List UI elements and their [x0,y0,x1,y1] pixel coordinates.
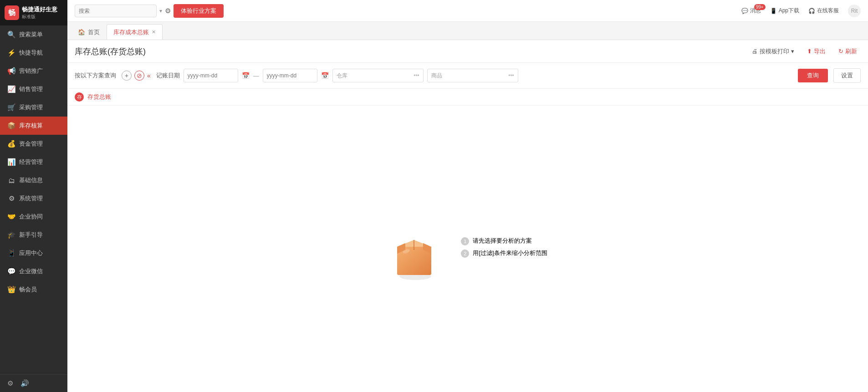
sidebar-item-purchase[interactable]: 🛒 采购管理 [0,98,67,117]
sidebar-item-sales[interactable]: 📈 销售管理 [0,80,67,98]
sidebar-item-wechat[interactable]: 💬 企业微信 [0,262,67,280]
filter-label: 按以下方案查询 [75,71,116,80]
search-button[interactable]: 查询 [798,69,828,82]
date-to-input[interactable] [263,69,317,82]
sidebar-item-marketing[interactable]: 📢 营销推广 [0,62,67,80]
filter-collapse-icon[interactable]: « [147,72,151,79]
search-area: ▾ ⚙ 体验行业方案 [75,4,737,18]
calendar-from-icon[interactable]: 📅 [242,72,250,79]
sidebar-label-inventory: 库存核算 [19,122,43,130]
calendar-to-icon[interactable]: 📅 [321,72,329,79]
message-badge: 99+ [754,4,766,10]
page-header-actions: 🖨 按模板打印 ▾ ⬆ 导出 ↻ 刷新 [748,46,861,57]
sidebar-label-sales: 销售管理 [19,85,43,93]
avatar-text: Rit [851,8,858,14]
user-avatar[interactable]: Rit [848,5,861,17]
empty-svg [388,222,443,281]
sidebar-label-appstore: 应用中心 [19,249,43,257]
date-separator: — [253,72,259,79]
filter-add-button[interactable]: + [122,71,132,81]
sidebar-label-finance: 资金管理 [19,140,43,148]
print-chevron-icon: ▾ [791,48,794,55]
empty-hints: 1 请先选择要分析的方案 2 用[过滤]条件来缩小分析范围 [461,237,547,261]
sidebar-icon-system: ⚙ [7,194,15,203]
page-header: 库存总账(存货总账) 🖨 按模板打印 ▾ ⬆ 导出 ↻ 刷新 [67,40,868,63]
search-input[interactable] [75,5,157,17]
sidebar-icon-newbie: 🎓 [7,231,15,239]
sidebar-item-operations[interactable]: 📊 经营管理 [0,153,67,171]
print-icon: 🖨 [752,48,758,55]
refresh-label: 刷新 [845,47,857,56]
search-chevron-icon[interactable]: ▾ [159,8,162,14]
sidebar-icon-sales: 📈 [7,85,15,93]
sidebar-label-basic: 基础信息 [19,176,43,184]
scheme-row: 存 存货总账 [67,89,868,106]
topbar-right: 💬 消息 99+ 📱 App下载 🎧 在线客服 Rit [741,5,861,17]
tab-close-icon[interactable]: ✕ [152,29,156,35]
scheme-name[interactable]: 存货总账 [87,93,111,101]
sidebar-footer: ⚙ 🔊 [0,374,67,392]
sidebar-item-vip[interactable]: 👑 畅会员 [0,280,67,299]
sidebar-item-cooperation[interactable]: 🤝 企业协同 [0,208,67,226]
tab-cost-ledger[interactable]: 库存成本总账 ✕ [107,24,163,40]
hint-step-1: 1 请先选择要分析的方案 [461,237,547,245]
sidebar-label-vip: 畅会员 [19,285,37,294]
sidebar-label-wechat: 企业微信 [19,267,43,275]
print-template-label: 按模板打印 [760,47,789,56]
settings-gear-icon[interactable]: ⚙ [165,7,171,15]
refresh-icon: ↻ [838,48,843,55]
logo-title: 畅捷通好生意 [22,6,57,14]
app-logo: 畅 畅捷通好生意 标准版 [0,0,67,25]
sidebar: 畅 畅捷通好生意 标准版 🔍 搜索菜单 ⚡ 快捷导航 📢 营销推广 📈 销售管理… [0,0,67,392]
home-icon: 🏠 [78,29,85,36]
topbar: ▾ ⚙ 体验行业方案 💬 消息 99+ 📱 App下载 🎧 在线客服 Rit [67,0,868,22]
online-service-label: 在线客服 [817,7,839,15]
industry-solution-button[interactable]: 体验行业方案 [174,4,224,18]
sidebar-label-search: 搜索菜单 [19,31,43,39]
sidebar-item-basic[interactable]: 🗂 基础信息 [0,171,67,189]
online-service-button[interactable]: 🎧 在线客服 [808,7,839,15]
settings-icon[interactable]: ⚙ [7,379,13,387]
speaker-icon[interactable]: 🔊 [20,379,29,387]
tabbar: 🏠 首页 库存成本总账 ✕ [67,22,868,40]
step-2-num: 2 [461,249,469,258]
hint-2-text: 用[过滤]条件来缩小分析范围 [473,249,547,257]
sidebar-item-finance[interactable]: 💰 资金管理 [0,135,67,153]
product-select[interactable]: 商品 ••• [427,69,518,82]
sidebar-item-newbie[interactable]: 🎓 新手引导 [0,226,67,244]
sidebar-item-inventory[interactable]: 📦 库存核算 [0,117,67,135]
hint-1-text: 请先选择要分析的方案 [473,237,532,245]
logo-icon: 畅 [5,5,19,20]
sidebar-label-operations: 经营管理 [19,158,43,166]
warehouse-label: 仓库 [337,72,347,80]
date-label: 记账日期 [156,71,180,80]
sidebar-icon-appstore: 📱 [7,249,15,257]
sidebar-item-search[interactable]: 🔍 搜索菜单 [0,25,67,44]
date-from-input[interactable] [184,69,238,82]
warehouse-select[interactable]: 仓库 ••• [332,69,424,82]
message-icon: 💬 [741,8,748,14]
sidebar-label-newbie: 新手引导 [19,231,43,239]
sidebar-icon-purchase: 🛒 [7,103,15,112]
sidebar-item-appstore[interactable]: 📱 应用中心 [0,244,67,262]
tab-cost-ledger-label: 库存成本总账 [113,28,149,36]
filter-row-date: 记账日期 📅 — 📅 仓库 ••• 商品 ••• [156,69,792,82]
sidebar-item-system[interactable]: ⚙ 系统管理 [0,189,67,208]
refresh-button[interactable]: ↻ 刷新 [835,46,861,57]
filter-clear-button[interactable]: ⊘ [134,71,144,81]
tab-home[interactable]: 🏠 首页 [71,24,107,40]
export-button[interactable]: ⬆ 导出 [803,46,829,57]
sidebar-icon-wechat: 💬 [7,267,15,275]
message-button[interactable]: 💬 消息 99+ [741,7,761,15]
print-template-button[interactable]: 🖨 按模板打印 ▾ [748,46,798,57]
product-label: 商品 [431,72,442,80]
sidebar-item-shortcut[interactable]: ⚡ 快捷导航 [0,44,67,62]
empty-state: 1 请先选择要分析的方案 2 用[过滤]条件来缩小分析范围 [67,106,868,392]
settings-button[interactable]: 设置 [833,68,861,83]
export-label: 导出 [814,47,826,56]
app-download-label: App下载 [779,7,799,15]
app-download-button[interactable]: 📱 App下载 [770,7,799,15]
sidebar-icon-cooperation: 🤝 [7,213,15,221]
sidebar-icon-operations: 📊 [7,158,15,166]
sidebar-icon-shortcut: ⚡ [7,49,15,57]
